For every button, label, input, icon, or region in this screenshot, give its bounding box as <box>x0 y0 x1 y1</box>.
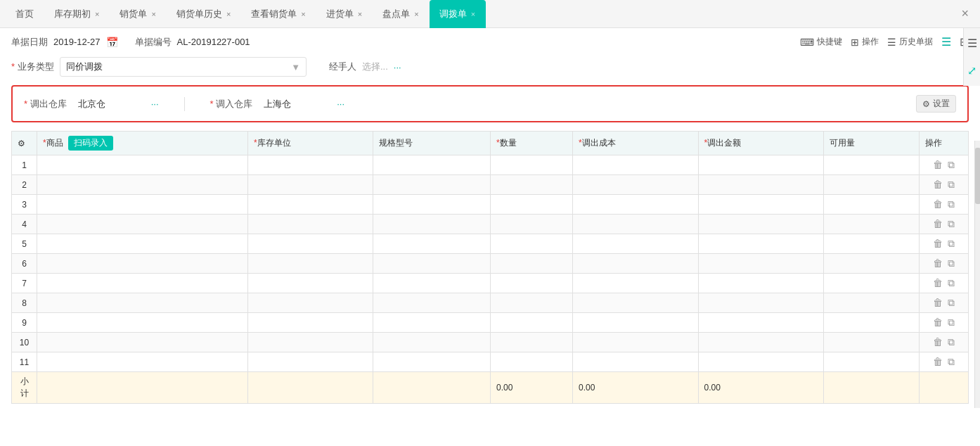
delete-icon[interactable]: 🗑 <box>933 336 943 348</box>
cell-amount[interactable] <box>698 333 824 352</box>
cell-available[interactable] <box>824 293 920 313</box>
copy-icon[interactable]: ⧉ <box>948 317 955 328</box>
tab-close-sales-history[interactable]: × <box>226 10 231 18</box>
cell-goods[interactable] <box>37 352 248 372</box>
cell-goods[interactable] <box>37 293 248 313</box>
vertical-scrollbar[interactable] <box>974 141 980 408</box>
cell-cost[interactable] <box>573 333 699 352</box>
person-dots-icon[interactable]: ··· <box>394 62 401 72</box>
cell-spec[interactable] <box>373 195 491 215</box>
cell-amount[interactable] <box>698 274 824 293</box>
delete-icon[interactable]: 🗑 <box>933 297 943 308</box>
cell-cost[interactable] <box>573 215 699 234</box>
cell-available[interactable] <box>824 155 920 175</box>
copy-icon[interactable]: ⧉ <box>948 257 955 269</box>
copy-icon[interactable]: ⧉ <box>948 277 955 288</box>
cell-amount[interactable] <box>698 175 824 195</box>
delete-icon[interactable]: 🗑 <box>933 198 943 210</box>
cell-available[interactable] <box>824 333 920 352</box>
person-select[interactable]: 选择... <box>362 60 388 73</box>
operation-button[interactable]: ⊞ 操作 <box>851 36 879 48</box>
cell-qty[interactable] <box>491 313 573 333</box>
cell-amount[interactable] <box>698 234 824 254</box>
tab-home[interactable]: 首页 <box>6 0 44 28</box>
transfer-out-dots[interactable]: ··· <box>151 98 159 109</box>
cell-goods[interactable] <box>37 333 248 352</box>
tab-inventory-check[interactable]: 盘点单 × <box>373 0 429 28</box>
cell-spec[interactable] <box>373 333 491 352</box>
cell-spec[interactable] <box>373 175 491 195</box>
cell-cost[interactable] <box>573 175 699 195</box>
cell-cost[interactable] <box>573 195 699 215</box>
cell-qty[interactable] <box>491 195 573 215</box>
tab-transfer-order[interactable]: 调拨单 × <box>430 0 486 28</box>
window-close-button[interactable]: × <box>955 6 974 21</box>
delete-icon[interactable]: 🗑 <box>933 277 943 288</box>
cell-available[interactable] <box>824 215 920 234</box>
cell-cost[interactable] <box>573 155 699 175</box>
cell-goods[interactable] <box>37 254 248 274</box>
cell-spec[interactable] <box>373 254 491 274</box>
delete-icon[interactable]: 🗑 <box>933 218 943 229</box>
copy-icon[interactable]: ⧉ <box>948 159 955 170</box>
cell-unit[interactable] <box>247 293 373 313</box>
cell-cost[interactable] <box>573 254 699 274</box>
cell-spec[interactable] <box>373 313 491 333</box>
calendar-icon[interactable]: 📅 <box>106 37 118 48</box>
copy-icon[interactable]: ⧉ <box>948 238 955 249</box>
copy-icon[interactable]: ⧉ <box>948 198 955 210</box>
settings-button[interactable]: ⚙ 设置 <box>916 95 956 113</box>
cell-available[interactable] <box>824 234 920 254</box>
delete-icon[interactable]: 🗑 <box>933 317 943 328</box>
tab-close-view-sales[interactable]: × <box>301 10 305 18</box>
cell-spec[interactable] <box>373 352 491 372</box>
cell-cost[interactable] <box>573 352 699 372</box>
tab-close-inventory-init[interactable]: × <box>95 10 99 18</box>
cell-qty[interactable] <box>491 215 573 234</box>
cell-qty[interactable] <box>491 333 573 352</box>
cell-unit[interactable] <box>247 352 373 372</box>
cell-spec[interactable] <box>373 274 491 293</box>
cell-goods[interactable] <box>37 155 248 175</box>
tab-close-sales-order[interactable]: × <box>151 10 155 18</box>
cell-qty[interactable] <box>491 254 573 274</box>
cell-amount[interactable] <box>698 155 824 175</box>
cell-cost[interactable] <box>573 234 699 254</box>
cell-qty[interactable] <box>491 274 573 293</box>
cell-qty[interactable] <box>491 293 573 313</box>
cell-amount[interactable] <box>698 215 824 234</box>
col-settings[interactable]: ⚙ <box>12 132 37 155</box>
tab-sales-history[interactable]: 销货单历史 × <box>167 0 241 28</box>
history-button[interactable]: ☰ 历史单据 <box>887 36 933 48</box>
tab-view-sales[interactable]: 查看销货单 × <box>241 0 316 28</box>
business-type-select[interactable]: 同价调拨 ▼ <box>60 57 307 77</box>
cell-amount[interactable] <box>698 293 824 313</box>
cell-amount[interactable] <box>698 254 824 274</box>
cell-cost[interactable] <box>573 313 699 333</box>
cell-available[interactable] <box>824 313 920 333</box>
scan-input-button[interactable]: 扫码录入 <box>68 136 113 151</box>
cell-unit[interactable] <box>247 313 373 333</box>
cell-goods[interactable] <box>37 274 248 293</box>
tab-close-purchase-order[interactable]: × <box>358 10 362 18</box>
cell-available[interactable] <box>824 175 920 195</box>
cell-unit[interactable] <box>247 175 373 195</box>
cell-goods[interactable] <box>37 313 248 333</box>
cell-spec[interactable] <box>373 293 491 313</box>
copy-icon[interactable]: ⧉ <box>948 179 955 190</box>
delete-icon[interactable]: 🗑 <box>933 257 943 269</box>
tab-close-transfer-order[interactable]: × <box>471 10 475 18</box>
cell-available[interactable] <box>824 274 920 293</box>
cell-goods[interactable] <box>37 234 248 254</box>
cell-available[interactable] <box>824 352 920 372</box>
cell-amount[interactable] <box>698 313 824 333</box>
copy-icon[interactable]: ⧉ <box>948 336 955 348</box>
tab-sales-order[interactable]: 销货单 × <box>110 0 166 28</box>
cell-unit[interactable] <box>247 254 373 274</box>
cell-spec[interactable] <box>373 155 491 175</box>
tab-inventory-init[interactable]: 库存期初 × <box>44 0 110 28</box>
cell-spec[interactable] <box>373 234 491 254</box>
delete-icon[interactable]: 🗑 <box>933 356 943 367</box>
delete-icon[interactable]: 🗑 <box>933 238 943 249</box>
delete-icon[interactable]: 🗑 <box>933 159 943 170</box>
